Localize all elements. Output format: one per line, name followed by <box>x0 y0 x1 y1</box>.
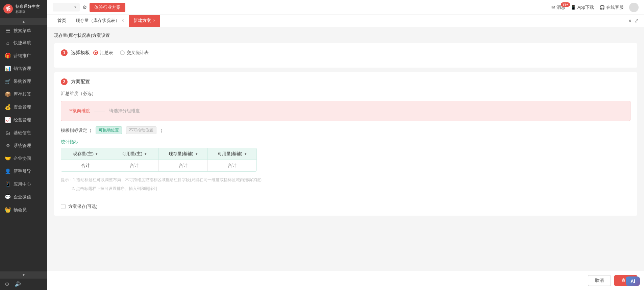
stats-table-header: 现存量(主) ▾ 可用量(主) ▾ 现存量(基辅) ▾ 可用量(基辅) ▾ <box>61 148 256 160</box>
sidebar-item-search-menu[interactable]: ☰ 搜索菜单 <box>0 25 47 37</box>
sidebar-item-sales[interactable]: 📊 销售管理 <box>0 62 47 75</box>
section1-header: 1 选择模板 汇总表 交叉统计表 <box>61 49 630 56</box>
footer: 取消 查询 <box>47 271 644 290</box>
tips-area: 提示：1.拖动标题栏可以调整布局，不可跨维度或指标区域拖动栏目字段(只能在同一维… <box>61 176 630 192</box>
tip2-text: 2. 点击标题栏下拉可设置排序、插入列和删除列 <box>72 186 157 191</box>
tab-new-plan[interactable]: 新建方案 × <box>129 15 160 27</box>
sidebar-item-label: 营销推广 <box>14 53 31 59</box>
non-draggable-tag: 不可拖动位置 <box>126 126 156 134</box>
inventory-icon: 📦 <box>5 91 11 97</box>
radio-summary-label: 汇总表 <box>100 50 113 56</box>
operation-icon: 📈 <box>5 117 11 123</box>
tab-new-plan-label: 新建方案 <box>133 18 151 24</box>
topbar-right: ✉ 消息 99+ 📱 App下载 🎧 在线客服 <box>551 3 639 12</box>
tab-inventory[interactable]: 现存量（库存状况表） × <box>71 15 129 27</box>
tab-new-plan-close[interactable]: × <box>153 18 155 23</box>
cancel-button[interactable]: 取消 <box>588 275 611 286</box>
logo-sub: 标准版 <box>16 9 40 14</box>
sidebar-nav: ☰ 搜索菜单 ⌂ 快捷导航 🎁 营销推广 📊 销售管理 🛒 采购管理 📦 库存核… <box>0 25 47 271</box>
purchase-icon: 🛒 <box>5 78 11 84</box>
metrics-label: 模板指标设定（ <box>61 127 92 134</box>
stats-cell-0-3: 合计 <box>208 160 257 171</box>
topbar-app-btn[interactable]: 📱 App下载 <box>571 4 594 10</box>
section1-title: 选择模板 <box>71 50 90 56</box>
col-header-1[interactable]: 可用量(主) ▾ <box>110 148 159 160</box>
col-header-2[interactable]: 现存量(基辅) ▾ <box>159 148 208 160</box>
app-label: App下载 <box>577 4 594 10</box>
ai-badge[interactable]: Ai <box>626 276 640 286</box>
tab-expand-icon[interactable]: ⤢ <box>634 18 639 24</box>
message-icon: ✉ <box>551 5 555 10</box>
tab-close-all-icon[interactable]: × <box>628 18 631 24</box>
sidebar-item-app-center[interactable]: 📱 应用中心 <box>0 178 47 191</box>
sidebar-item-label: 销售管理 <box>14 66 31 72</box>
radio-cross-label: 交叉统计表 <box>127 50 149 56</box>
sidebar-scroll-down[interactable]: ▼ <box>0 271 47 278</box>
tabs-bar: 首页 现存量（库存状况表） × 新建方案 × × ⤢ <box>47 15 644 27</box>
logo-icon: 畅 <box>3 4 13 14</box>
sidebar-item-label: 资金管理 <box>14 104 31 110</box>
radio-cross[interactable]: 交叉统计表 <box>120 50 149 56</box>
col-name-1: 可用量(主) <box>122 151 143 157</box>
logo-name: 畅康通好生意 <box>16 4 40 9</box>
sidebar-item-inventory[interactable]: 📦 库存核算 <box>0 88 47 101</box>
sidebar-item-label: 应用中心 <box>14 181 31 187</box>
col-header-3[interactable]: 可用量(基辅) ▾ <box>208 148 257 160</box>
col-dropdown-2[interactable]: ▾ <box>196 152 198 156</box>
sidebar: 畅 畅康通好生意 标准版 ▲ ☰ 搜索菜单 ⌂ 快捷导航 🎁 营销推广 📊 销售… <box>0 0 47 290</box>
speaker-icon[interactable]: 🔊 <box>15 281 21 287</box>
sidebar-item-label: 畅会员 <box>14 207 27 213</box>
tabs-right-buttons: × ⤢ <box>628 18 639 24</box>
tab-inventory-close[interactable]: × <box>122 18 124 23</box>
topbar-search-text <box>56 4 72 10</box>
phone-icon: 📱 <box>571 5 576 10</box>
save-checkbox[interactable] <box>61 204 66 209</box>
topbar-search-area[interactable]: ▾ <box>53 3 80 11</box>
sidebar-item-label: 企业协同 <box>14 155 31 162</box>
sidebar-item-quick-nav[interactable]: ⌂ 快捷导航 <box>0 37 47 49</box>
topbar-msg-btn[interactable]: ✉ 消息 99+ <box>551 4 565 10</box>
finance-icon: 💰 <box>5 104 11 110</box>
radio-summary[interactable]: 汇总表 <box>93 50 113 56</box>
msg-badge: 99+ <box>561 2 570 7</box>
sidebar-item-newbie[interactable]: 👤 新手引导 <box>0 165 47 178</box>
sidebar-item-wechat[interactable]: 💬 企业微信 <box>0 191 47 203</box>
tab-home[interactable]: 首页 <box>53 15 71 27</box>
sidebar-item-label: 经营管理 <box>14 117 31 123</box>
cell-value-0-3: 合计 <box>228 163 237 169</box>
sidebar-item-operation[interactable]: 📈 经营管理 <box>0 114 47 126</box>
save-label: 方案保存(可选) <box>68 203 98 210</box>
sidebar-item-finance[interactable]: 💰 资金管理 <box>0 101 47 114</box>
sidebar-item-marketing[interactable]: 🎁 营销推广 <box>0 49 47 62</box>
tab-home-label: 首页 <box>57 18 66 24</box>
required-label: 汇总维度（必选） <box>61 91 630 97</box>
sidebar-item-member[interactable]: 👑 畅会员 <box>0 203 47 216</box>
metrics-setting: 模板指标设定（ 可拖动位置 不可拖动位置 ） <box>61 126 630 134</box>
sidebar-item-basic-info[interactable]: 🗂 基础信息 <box>0 126 47 139</box>
topbar-gear-icon[interactable]: ⚙ <box>82 4 87 10</box>
dimension-area[interactable]: **纵向维度 —— 请选择分组维度 <box>61 101 630 121</box>
radio-summary-circle <box>93 50 98 55</box>
col-dropdown-3[interactable]: ▾ <box>245 152 247 156</box>
sidebar-scroll-up[interactable]: ▲ <box>0 18 47 25</box>
sidebar-item-system[interactable]: ⚙ 系统管理 <box>0 139 47 152</box>
col-header-0[interactable]: 现存量(主) ▾ <box>61 148 110 160</box>
col-name-0: 现存量(主) <box>73 151 94 157</box>
trial-btn[interactable]: 体验行业方案 <box>90 3 125 12</box>
user-avatar[interactable] <box>629 3 639 12</box>
sidebar-item-label: 基础信息 <box>14 130 31 136</box>
dimension-separator: —— <box>94 108 105 114</box>
col-dropdown-1[interactable]: ▾ <box>145 152 147 156</box>
topbar-service-btn[interactable]: 🎧 在线客服 <box>599 4 624 10</box>
radio-cross-circle <box>120 50 125 55</box>
col-dropdown-0[interactable]: ▾ <box>96 152 98 156</box>
main-area: ▾ ⚙ 体验行业方案 ✉ 消息 99+ 📱 App下载 🎧 在线客服 首页 <box>47 0 644 290</box>
stats-table-body: 合计 合计 合计 合计 <box>61 160 256 171</box>
headset-icon: 🎧 <box>599 5 605 10</box>
stats-table: 现存量(主) ▾ 可用量(主) ▾ 现存量(基辅) ▾ 可用量(基辅) ▾ <box>61 148 257 172</box>
sidebar-item-purchase[interactable]: 🛒 采购管理 <box>0 75 47 88</box>
newbie-icon: 👤 <box>5 168 11 174</box>
section2-header: 2 方案配置 <box>61 78 630 85</box>
settings-icon[interactable]: ⚙ <box>5 281 9 287</box>
sidebar-item-cooperate[interactable]: 🤝 企业协同 <box>0 152 47 165</box>
